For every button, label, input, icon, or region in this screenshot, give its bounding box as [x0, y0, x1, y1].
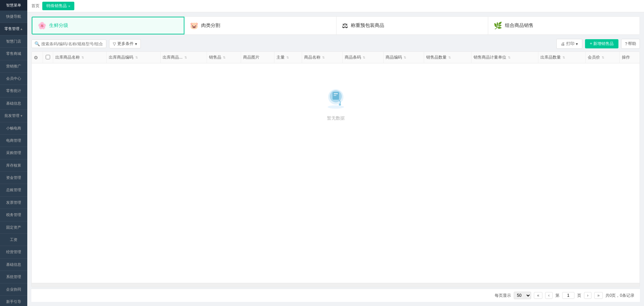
horizontal-scrollbar[interactable] — [32, 283, 640, 287]
search-input[interactable] — [41, 42, 103, 46]
column-settings-icon[interactable]: ⚙ — [34, 55, 38, 60]
help-label: 帮助 — [628, 41, 636, 47]
th-sales-qty: 销售品数量 ⇅ — [424, 52, 471, 63]
help-icon: ? — [625, 42, 627, 46]
sidebar-item-tax-mgmt[interactable]: 税务管理 — [0, 209, 27, 221]
sidebar-item-new-guide[interactable]: 新手引导 — [0, 296, 27, 306]
tab-weigh-pack[interactable]: ⚖ 称重预包装商品 — [336, 17, 488, 34]
tab-meat-cut[interactable]: 🐷 肉类分割 — [184, 17, 336, 34]
search-box[interactable]: 🔍 — [31, 40, 106, 48]
add-button[interactable]: + 新增销售品 — [585, 39, 618, 48]
sidebar-item-invoice-mgmt[interactable]: 发票管理 — [0, 197, 27, 209]
sidebar-item-retail-mgmt[interactable]: 零售管理 ▲ — [0, 23, 27, 35]
th-sales-product: 销售品 ⇅ — [207, 52, 241, 63]
sidebar-item-enterprise-coop[interactable]: 企业协同 — [0, 284, 27, 296]
select-all-checkbox[interactable] — [46, 55, 50, 59]
toolbar-right: 🖨 打印 ▾ + 新增销售品 ? 帮助 — [556, 39, 640, 49]
weigh-pack-icon: ⚖ — [342, 21, 348, 30]
th-product-image: 商品图片 — [241, 52, 274, 63]
th-product-code: 商品编码 ⇅ — [383, 52, 424, 63]
sort-icon[interactable]: ⇅ — [184, 56, 187, 59]
chevron-down-icon: ▲ — [20, 27, 23, 31]
svg-rect-4 — [333, 93, 338, 94]
tab-fresh-grade[interactable]: 🌸 生鲜分级 — [32, 17, 184, 34]
filter-label: 更多条件 — [117, 41, 134, 47]
sort-icon[interactable]: ⇅ — [363, 56, 365, 59]
tab-weigh-pack-label: 称重预包装商品 — [351, 22, 384, 29]
sidebar-item-retail-stats[interactable]: 零售统计 — [0, 85, 27, 97]
sidebar-item-ecomm-mgmt[interactable]: 电商管理 — [0, 135, 27, 147]
chevron-down-icon: ▾ — [135, 42, 137, 46]
first-page-button[interactable]: « — [534, 292, 542, 299]
page-number-input[interactable] — [562, 292, 574, 299]
print-button[interactable]: 🖨 打印 ▾ — [556, 39, 582, 49]
pagination-bar: 每页显示 102050100 « ‹ 第 页 › » 共0页，0条记录 — [31, 289, 640, 302]
sidebar-item-wholesale-mgmt[interactable]: 批发管理 ▼ — [0, 110, 27, 122]
sort-icon[interactable]: ⇅ — [448, 56, 451, 59]
page-label: 第 — [555, 293, 559, 299]
th-product-barcode: 商品条码 ⇅ — [343, 52, 383, 63]
sort-icon[interactable]: ⇅ — [81, 56, 84, 59]
empty-state: 暂无数据 — [32, 63, 640, 142]
active-tab[interactable]: 特殊销售品 × — [42, 2, 74, 10]
sort-icon[interactable]: ⇅ — [404, 56, 406, 59]
page-size-select[interactable]: 102050100 — [514, 292, 531, 299]
sidebar-item-wages[interactable]: 工资 — [0, 234, 27, 246]
sidebar-item-mini-ecomm[interactable]: 小畅电商 — [0, 122, 27, 135]
close-icon[interactable]: × — [68, 4, 70, 8]
sort-icon[interactable]: ⇅ — [322, 56, 325, 59]
th-sales-unit: 销售商品计量单位 ⇅ — [471, 52, 538, 63]
th-actions: 操作 — [619, 52, 640, 63]
sort-icon[interactable]: ⇅ — [135, 56, 138, 59]
table-scroll[interactable]: ⚙ 出库商品名称 ⇅ 出库商品编码 ⇅ — [32, 52, 640, 283]
toolbar: 🔍 ▽ 更多条件 ▾ 🖨 打印 ▾ + 新增销售品 — [31, 39, 640, 49]
sort-icon[interactable]: ⇅ — [563, 56, 565, 59]
svg-point-0 — [328, 105, 344, 109]
sidebar-item-inventory[interactable]: 库存核算 — [0, 159, 27, 172]
tab-combo-sales[interactable]: 🌿 组合商品销售 — [488, 17, 640, 34]
sidebar-item-sys-mgmt[interactable]: 系统管理 — [0, 271, 27, 283]
combo-sales-icon: 🌿 — [494, 21, 502, 30]
tab-fresh-grade-label: 生鲜分级 — [49, 22, 68, 29]
data-table: ⚙ 出库商品名称 ⇅ 出库商品编码 ⇅ — [32, 52, 640, 63]
sort-icon[interactable]: ⇅ — [508, 56, 511, 59]
add-label: + 新增销售品 — [590, 41, 614, 47]
th-main-unit: 主量 ⇅ — [274, 52, 302, 63]
th-settings[interactable]: ⚙ — [32, 52, 43, 63]
chevron-right-icon: ▼ — [20, 114, 23, 118]
prev-page-button[interactable]: ‹ — [545, 292, 553, 299]
topbar: 首页 特殊销售品 × — [27, 0, 644, 12]
tab-combo-sales-label: 组合商品销售 — [505, 22, 534, 29]
table-header-row: ⚙ 出库商品名称 ⇅ 出库商品编码 ⇅ — [32, 52, 640, 63]
fresh-grade-icon: 🌸 — [38, 21, 46, 30]
sidebar-item-basic-info-1[interactable]: 基础信息 — [0, 97, 27, 110]
th-checkbox[interactable] — [43, 52, 53, 63]
filter-button[interactable]: ▽ 更多条件 ▾ — [109, 39, 141, 48]
sidebar-item-finance[interactable]: 资金管理 — [0, 172, 27, 184]
sidebar-item-purchase-mgmt[interactable]: 采购管理 — [0, 147, 27, 159]
active-tab-label: 特殊销售品 — [46, 3, 67, 9]
sidebar-item-general-ledger[interactable]: 总账管理 — [0, 184, 27, 196]
th-out-product-code: 出库商品编码 ⇅ — [107, 52, 161, 63]
filter-icon: ▽ — [113, 42, 116, 46]
sidebar-item-member-center[interactable]: 会员中心 — [0, 73, 27, 85]
empty-text: 暂无数据 — [327, 115, 345, 121]
sidebar-item-quick-nav[interactable]: 快捷导航 — [0, 11, 27, 23]
th-out-product-more: 出库商品... ⇅ — [161, 52, 207, 63]
sort-icon[interactable]: ⇅ — [223, 56, 226, 59]
sidebar-item-fixed-assets[interactable]: 固定资产 — [0, 221, 27, 234]
next-page-button[interactable]: › — [584, 292, 591, 299]
sidebar-item-ops-mgmt[interactable]: 经营管理 — [0, 246, 27, 258]
sidebar-item-sales-promo[interactable]: 营销推广 — [0, 60, 27, 73]
last-page-button[interactable]: » — [594, 292, 603, 299]
sort-icon[interactable]: ⇅ — [286, 56, 289, 59]
home-breadcrumb[interactable]: 首页 — [31, 3, 40, 9]
help-button[interactable]: ? 帮助 — [621, 39, 640, 49]
main-area: 首页 特殊销售品 × 🌸 生鲜分级 🐷 肉类分割 ⚖ 称重预包装商品 🌿 组合商… — [27, 0, 644, 306]
toolbar-left: 🔍 ▽ 更多条件 ▾ — [31, 39, 141, 48]
sidebar-item-basic-info-2[interactable]: 基础信息 — [0, 259, 27, 271]
sidebar-item-smart-store[interactable]: 智慧门店 — [0, 35, 27, 48]
sidebar-item-retail-mall[interactable]: 零售商城 — [0, 48, 27, 60]
sort-icon[interactable]: ⇅ — [602, 56, 604, 59]
page-unit: 页 — [577, 293, 581, 299]
